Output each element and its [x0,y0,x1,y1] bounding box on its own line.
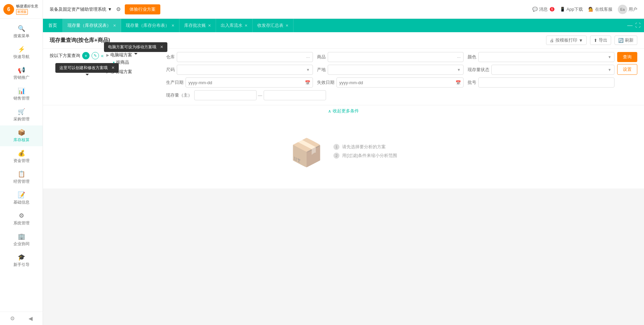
filter-add-btn[interactable]: + [82,52,90,59]
sidebar-item-search-menu[interactable]: 🔍 搜索菜单 [0,21,43,42]
sidebar-item-base-info[interactable]: 📝 基础信息 [0,188,43,209]
tab-recv-summary[interactable]: 收发存汇总表 ✕ [253,19,293,32]
system-name-text: 装备及固定资产辅助管理系统 [50,6,106,12]
tab-close-inventory-status[interactable]: ✕ [113,23,116,28]
refresh-btn[interactable]: 🔄 刷新 [614,36,637,45]
page-title: 现存量查询(按仓库+商品) [50,37,110,44]
tab-home[interactable]: 首页 [43,19,63,32]
sidebar-item-sales[interactable]: 📊 销售管理 [0,84,43,105]
app-download-btn[interactable]: 📱 App下载 [560,6,583,12]
sidebar-item-quick-nav[interactable]: ⚡ 快速导航 [0,42,43,63]
marketing-icon: 📢 [18,66,25,74]
sidebar-footer: ⚙ ◀ [0,312,43,325]
sidebar-item-operation[interactable]: 📋 经营管理 [0,167,43,188]
sidebar-item-enterprise[interactable]: 🏢 企业协同 [0,229,43,250]
user-btn[interactable]: Ea 用户 [618,5,637,14]
operation-icon: 📋 [18,170,25,178]
size-field[interactable]: ▼ [177,65,313,75]
inventory-icon: 📦 [18,129,25,136]
sidebar-item-label: 资金管理 [13,158,30,164]
sidebar-item-finance[interactable]: 💰 资金管理 [0,146,43,167]
purchase-icon: 🛒 [18,108,25,115]
goods-field[interactable]: ··· [328,52,464,62]
sidebar-item-label: 快速导航 [13,54,30,60]
filter-collapse-btn[interactable]: ∧ 收起更多条件 [43,105,644,117]
prod-date-input[interactable] [185,77,313,88]
tab-inventory-status[interactable]: 现存量（库存状况表） ✕ [63,19,121,32]
main-area: 装备及固定资产辅助管理系统 ▼ ⚙ 体验行业方案 💬 消息 6 📱 App下载 … [43,0,644,325]
user-avatar: Ea [618,5,627,14]
tooltip-mobile-close-btn[interactable]: ✕ [160,45,163,49]
stock-qty-max-input[interactable] [264,90,326,100]
filter-row-3: 生产日期 📅 失效日期 📅 [166,77,614,88]
stock-qty-min-input[interactable] [194,90,257,100]
print-arrow-icon: ▼ [579,38,583,43]
collapse-arrow-icon: ∧ [328,109,331,114]
tooltip-edit-close-btn[interactable]: ✕ [111,65,115,70]
system-icon: ⚙ [19,212,24,219]
sidebar-item-label: 营销推广 [13,75,30,80]
message-btn[interactable]: 💬 消息 6 [532,6,554,12]
tab-minimize-btn[interactable]: — [627,22,633,29]
sidebar-item-label: 企业协同 [13,241,30,247]
filter-row-2: 尺码 ▼ 产地 ▼ [166,65,614,75]
tab-maximize-btn[interactable]: ⛶ [635,22,641,29]
warehouse-field[interactable]: ··· [177,52,313,62]
guide-icon: 🎓 [18,254,25,261]
tab-close-batch-account[interactable]: ✕ [208,23,211,28]
filter-label: 按以下方案查询 [50,53,80,59]
finance-icon: 💰 [18,150,25,157]
tab-close-recv-summary[interactable]: ✕ [285,23,288,28]
online-support-label: 在线客服 [595,6,612,12]
tooltip-edit-scheme: 这里可以创建和修改方案哦 ✕ [55,63,119,73]
app-download-icon: 📱 [560,7,565,12]
tab-batch-account[interactable]: 库存批次账 ✕ [179,19,216,32]
online-support-btn[interactable]: 💁 在线客服 [588,6,612,12]
sidebar-item-purchase[interactable]: 🛒 采购管理 [0,105,43,125]
export-icon: ⬆ [594,38,597,43]
empty-step-2: 2 用[过滤]条件来缩小分析范围 [333,153,397,159]
footer-collapse-btn[interactable]: ◀ [29,315,33,322]
sidebar-item-system[interactable]: ⚙ 系统管理 [0,209,43,229]
enterprise-icon: 🏢 [18,233,25,240]
sidebar-item-label: 采购管理 [13,116,30,122]
empty-step-1: 1 请先选择要分析的方案 [333,144,397,150]
tab-close-inventory-dist[interactable]: ✕ [171,23,174,28]
filter-settings-btn[interactable]: 设置 [617,64,637,75]
print-template-btn[interactable]: 🖨 按模板打印 ▼ [546,36,587,45]
batch-no-input[interactable] [478,77,614,88]
top-header: 装备及固定资产辅助管理系统 ▼ ⚙ 体验行业方案 💬 消息 6 📱 App下载 … [43,0,644,19]
origin-field[interactable]: ▼ [328,65,464,75]
sidebar-item-inventory[interactable]: 📦 库存核算 [0,125,43,146]
sidebar-item-label: 系统管理 [13,220,30,226]
filter-edit-btn[interactable]: ✎ [92,52,99,59]
exp-date-input[interactable] [336,77,464,88]
header-settings-btn[interactable]: ⚙ [116,6,121,12]
tab-inout-flow[interactable]: 出入库流水 ✕ [216,19,253,32]
logo-tag: 标准版 [16,9,28,15]
sales-icon: 📊 [18,87,25,95]
color-field[interactable]: ▼ [478,52,614,62]
tab-inventory-dist[interactable]: 现存量（库存分布表） ✕ [121,19,179,32]
empty-icon: 📦 [290,137,323,168]
desktop-scheme-item[interactable]: ▶ 电脑端方案 [106,52,160,58]
trial-btn[interactable]: 体验行业方案 [125,4,160,14]
filter-arrow-btn[interactable]: « [101,53,104,58]
filter-row-4: 现存量（主） — [166,90,614,100]
sidebar-item-label: 销售管理 [13,96,30,101]
sidebar-item-guide[interactable]: 🎓 新手引导 [0,250,43,271]
footer-settings-btn[interactable]: ⚙ [10,315,15,322]
export-btn[interactable]: ⬆ 导出 [590,36,611,45]
tab-close-inout-flow[interactable]: ✕ [245,23,248,28]
refresh-icon: 🔄 [618,38,624,43]
message-icon: 💬 [532,7,538,12]
query-btn[interactable]: 查询 [617,52,637,62]
sidebar-item-marketing[interactable]: 📢 营销推广 [0,63,43,84]
quick-nav-icon: ⚡ [18,46,25,53]
calendar-icon: 📅 [305,80,310,85]
stock-status-field[interactable]: ▼ [491,65,614,75]
sidebar: 6 畅捷通好生意 标准版 🔍 搜索菜单 ⚡ 快速导航 📢 营销推广 📊 销售管理… [0,0,43,325]
app-download-label: App下载 [567,6,583,12]
system-name-dropdown[interactable]: 装备及固定资产辅助管理系统 ▼ [50,6,112,12]
sidebar-nav: 🔍 搜索菜单 ⚡ 快速导航 📢 营销推广 📊 销售管理 🛒 采购管理 📦 库存核… [0,19,43,312]
